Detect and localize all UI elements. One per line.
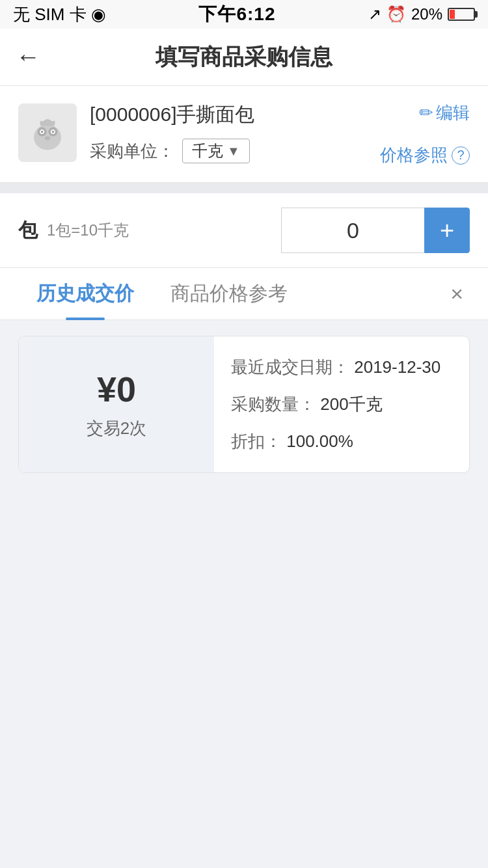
content-area [0,489,488,868]
discount-label: 折扣： [231,431,282,451]
status-right: ↗ ⏰ 20% [368,5,475,23]
status-left: 无 SIM 卡 ◉ [13,3,106,26]
product-right: ✏ 编辑 价格参照 ? [380,102,470,167]
tab-product-label: 商品价格参考 [170,280,288,307]
quantity-plus-button[interactable]: + [424,208,470,253]
status-time: 下午6:12 [198,2,275,27]
purchase-qty-row: 采购数量： 200千克 [231,392,452,417]
discount-value: 100.00% [286,431,353,451]
tab-underline [66,318,105,320]
battery-icon [448,8,475,21]
question-icon: ? [452,146,470,165]
purchase-qty-value: 200千克 [320,394,382,414]
price-card: ¥0 交易2次 最近成交日期： 2019-12-30 采购数量： 200千克 折… [18,336,470,473]
price-value: 0 [116,370,136,409]
back-button[interactable]: ← [16,43,40,71]
quantity-label: 包 1包=10千克 [18,217,129,244]
quantity-row: 包 1包=10千克 0 + [0,193,488,268]
location-icon: ↗ [368,5,381,23]
battery-percent: 20% [411,5,442,23]
unit-selector[interactable]: 千克 ▼ [182,139,250,163]
product-left: [0000006]手撕面包 采购单位： 千克 ▼ [18,102,254,163]
svg-point-6 [52,131,54,133]
product-name: [0000006]手撕面包 [90,102,254,128]
svg-point-7 [45,136,50,140]
unit-box-label: 包 [18,217,38,244]
tabs-container: 历史成交价 商品价格参考 × [0,268,488,320]
price-content: ¥0 交易2次 最近成交日期： 2019-12-30 采购数量： 200千克 折… [0,320,488,489]
discount-row: 折扣： 100.00% [231,429,452,454]
edit-icon: ✏ [419,103,433,123]
price-amount: ¥0 [97,369,136,409]
price-ref-button[interactable]: 价格参照 ? [380,144,470,167]
signal-text: 无 SIM 卡 ◉ [13,3,106,26]
edit-button[interactable]: ✏ 编辑 [419,102,470,124]
price-ref-label: 价格参照 [380,144,448,167]
tab-product-price[interactable]: 商品价格参考 [152,268,306,320]
quantity-input[interactable]: 0 [281,208,424,253]
product-thumbnail [18,103,77,162]
tabs-left: 历史成交价 商品价格参考 [18,268,306,320]
latest-date-label: 最近成交日期： [231,357,349,377]
price-card-right: 最近成交日期： 2019-12-30 采购数量： 200千克 折扣： 100.0… [214,336,469,472]
tab-history-label: 历史成交价 [36,280,134,307]
status-bar: 无 SIM 卡 ◉ 下午6:12 ↗ ⏰ 20% [0,0,488,29]
price-card-left: ¥0 交易2次 [19,336,214,472]
svg-point-5 [41,131,43,133]
section-divider [0,183,488,193]
latest-date-row: 最近成交日期： 2019-12-30 [231,355,452,380]
dropdown-arrow-icon: ▼ [227,144,240,159]
product-card: [0000006]手撕面包 采购单位： 千克 ▼ ✏ 编辑 价格参照 ? [0,86,488,183]
product-info: [0000006]手撕面包 采购单位： 千克 ▼ [90,102,254,163]
purchase-qty-label: 采购数量： [231,394,316,414]
quantity-control: 0 + [281,208,470,253]
tab-close-button[interactable]: × [444,275,470,313]
product-unit-row: 采购单位： 千克 ▼ [90,139,254,163]
unit-label: 采购单位： [90,140,174,163]
unit-value: 千克 [192,141,223,161]
nav-bar: ← 填写商品采购信息 [0,29,488,86]
price-tx-count: 交易2次 [87,417,146,440]
edit-label: 编辑 [436,102,470,124]
currency-symbol: ¥ [97,370,116,409]
latest-date-value: 2019-12-30 [354,357,441,377]
page-title: 填写商品采购信息 [156,42,332,72]
alarm-icon: ⏰ [386,5,406,23]
unit-desc: 1包=10千克 [47,220,129,241]
tab-history-price[interactable]: 历史成交价 [18,268,152,320]
